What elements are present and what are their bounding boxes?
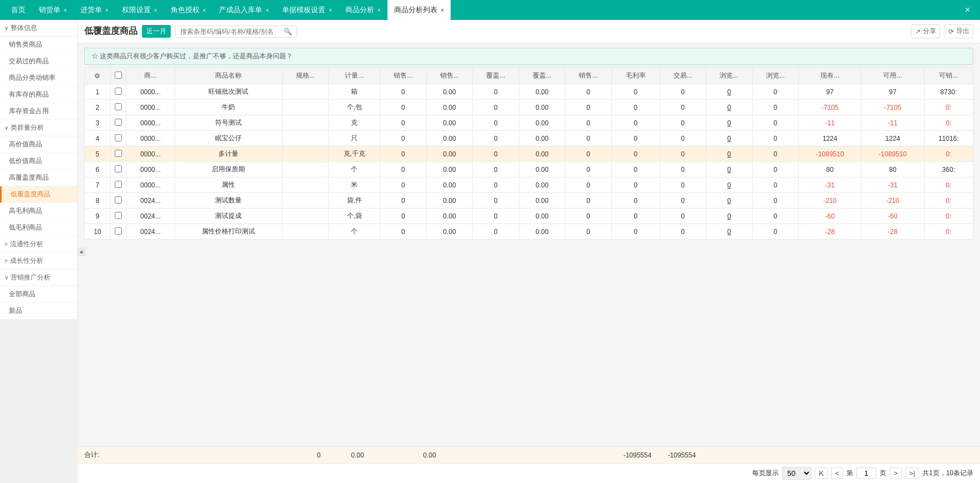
row-sales-days: 0 xyxy=(565,146,612,162)
next-page-button[interactable]: > xyxy=(890,467,902,479)
col-available-stock[interactable]: 可用... xyxy=(861,68,924,84)
sidebar-collapse-button[interactable]: « xyxy=(78,247,85,256)
row-checkbox[interactable] xyxy=(110,177,126,193)
sidebar-item-stocked-goods[interactable]: 有库存的商品 xyxy=(0,87,77,103)
row-sales-qty: 0 xyxy=(380,115,427,131)
row-views1[interactable]: 0 xyxy=(706,224,753,240)
sidebar-section-growth[interactable]: > 成长性分析 xyxy=(0,253,77,270)
export-button[interactable]: ⟳ 导出 xyxy=(945,24,973,38)
col-name[interactable]: 商品名称 xyxy=(175,68,283,84)
select-all-checkbox[interactable] xyxy=(115,72,122,79)
row-unit: 米 xyxy=(329,177,380,193)
first-page-button[interactable]: K xyxy=(815,467,828,479)
nav-close-production[interactable]: × xyxy=(266,7,269,13)
nav-close-analysis-list[interactable]: × xyxy=(441,7,444,13)
nav-item-purchase[interactable]: 进货单 × xyxy=(74,0,115,20)
nav-item-sales[interactable]: 销货单 × xyxy=(32,0,74,20)
nav-item-production[interactable]: 产成品入库单 × xyxy=(212,0,275,20)
col-views2[interactable]: 浏览... xyxy=(752,68,799,84)
row-views1[interactable]: 0 xyxy=(706,193,753,209)
sidebar-item-traded-goods[interactable]: 交易过的商品 xyxy=(0,53,77,70)
search-input[interactable] xyxy=(180,28,284,35)
col-settings[interactable]: ⚙ xyxy=(85,68,111,84)
row-checkbox[interactable] xyxy=(110,115,126,131)
nav-close-permission[interactable]: × xyxy=(154,7,157,13)
sidebar-section-circulation[interactable]: > 流通性分析 xyxy=(0,236,77,253)
sidebar-section-group[interactable]: ∨ 类群量分析 xyxy=(0,120,77,136)
col-sales-qty[interactable]: 销售... xyxy=(380,68,427,84)
nav-close-analysis[interactable]: × xyxy=(377,7,381,13)
sidebar-item-sales-goods[interactable]: 销售类商品 xyxy=(0,37,77,53)
time-filter-button[interactable]: 近一月 xyxy=(142,25,171,38)
col-coverage1[interactable]: 覆盖... xyxy=(473,68,519,84)
sidebar-section-marketing[interactable]: ∨ 营销推广分析 xyxy=(0,270,77,286)
row-views2: 0 xyxy=(752,100,799,115)
row-checkbox[interactable] xyxy=(110,224,126,240)
sidebar-item-low-coverage[interactable]: 低覆盖度商品 xyxy=(0,186,77,203)
row-code: 0024... xyxy=(126,224,175,240)
row-coverage1: 0 xyxy=(473,131,519,146)
row-checkbox[interactable] xyxy=(110,146,126,162)
nav-close-template[interactable]: × xyxy=(329,7,332,13)
sidebar-item-high-coverage[interactable]: 高覆盖度商品 xyxy=(0,170,77,186)
col-current-stock[interactable]: 现有... xyxy=(799,68,861,84)
row-checkbox[interactable] xyxy=(110,209,126,224)
prev-page-button[interactable]: < xyxy=(831,467,843,479)
col-sales-amt[interactable]: 销售... xyxy=(426,68,473,84)
sidebar-item-low-margin[interactable]: 低毛利商品 xyxy=(0,220,77,236)
col-views1[interactable]: 浏览... xyxy=(706,68,753,84)
col-gross-margin[interactable]: 毛利率 xyxy=(611,68,660,84)
row-views1[interactable]: 0 xyxy=(706,209,753,224)
row-checkbox[interactable] xyxy=(110,193,126,209)
sidebar-section-overview[interactable]: ∨ 整体信息 xyxy=(0,20,77,37)
col-spec[interactable]: 规格... xyxy=(282,68,329,84)
nav-close-sales[interactable]: × xyxy=(64,7,67,13)
sidebar-item-high-value[interactable]: 高价值商品 xyxy=(0,136,77,153)
row-transactions: 0 xyxy=(660,115,706,131)
nav-item-permission[interactable]: 权限设置 × xyxy=(115,0,164,20)
sidebar-item-all-goods[interactable]: 全部商品 xyxy=(0,286,77,303)
row-views2: 0 xyxy=(752,84,799,100)
share-button[interactable]: ↗ 分享 xyxy=(911,24,940,38)
search-icon[interactable]: 🔍 xyxy=(284,28,292,35)
row-transactions: 0 xyxy=(660,100,706,115)
row-number: 2 xyxy=(85,100,111,115)
nav-item-analysis-list[interactable]: 商品分析列表 × xyxy=(387,0,451,20)
col-coverage2[interactable]: 覆盖... xyxy=(519,68,565,84)
sidebar-item-new-goods[interactable]: 新品 xyxy=(0,303,77,319)
col-transactions[interactable]: 交易... xyxy=(660,68,706,84)
row-checkbox[interactable] xyxy=(110,131,126,146)
row-views1[interactable]: 0 xyxy=(706,131,753,146)
nav-item-template[interactable]: 单据模板设置 × xyxy=(275,0,339,20)
row-checkbox[interactable] xyxy=(110,100,126,115)
row-views1[interactable]: 0 xyxy=(706,177,753,193)
row-checkbox[interactable] xyxy=(110,162,126,177)
row-views1[interactable]: 0 xyxy=(706,162,753,177)
nav-close-role[interactable]: × xyxy=(203,7,206,13)
row-name: 符号测试 xyxy=(175,115,283,131)
sidebar-item-category-rate[interactable]: 商品分类动销率 xyxy=(0,70,77,87)
row-available-stock: -7105 xyxy=(861,100,924,115)
row-views1[interactable]: 0 xyxy=(706,84,753,100)
col-sales-days[interactable]: 销售... xyxy=(565,68,612,84)
nav-item-role[interactable]: 角色授权 × xyxy=(164,0,213,20)
page-number-input[interactable] xyxy=(856,467,876,479)
row-views1[interactable]: 0 xyxy=(706,100,753,115)
col-saleable[interactable]: 可销... xyxy=(924,68,973,84)
window-close-button[interactable]: × xyxy=(959,5,976,15)
col-unit[interactable]: 计量... xyxy=(329,68,380,84)
per-page-select[interactable]: 50 100 200 xyxy=(782,467,811,480)
row-views1[interactable]: 0 xyxy=(706,115,753,131)
nav-close-purchase[interactable]: × xyxy=(105,7,109,13)
col-code[interactable]: 商... xyxy=(126,68,175,84)
row-views1[interactable]: 0 xyxy=(706,146,753,162)
sidebar-item-stock-capital[interactable]: 库存资金占用 xyxy=(0,103,77,120)
last-page-button[interactable]: >| xyxy=(905,467,919,479)
row-coverage1: 0 xyxy=(473,146,519,162)
sidebar-item-high-margin[interactable]: 高毛利商品 xyxy=(0,203,77,220)
nav-item-home[interactable]: 首页 xyxy=(4,0,32,20)
sidebar-item-low-value[interactable]: 低价值商品 xyxy=(0,153,77,170)
row-checkbox[interactable] xyxy=(110,84,126,100)
nav-item-analysis[interactable]: 商品分析 × xyxy=(339,0,387,20)
row-transactions: 0 xyxy=(660,224,706,240)
